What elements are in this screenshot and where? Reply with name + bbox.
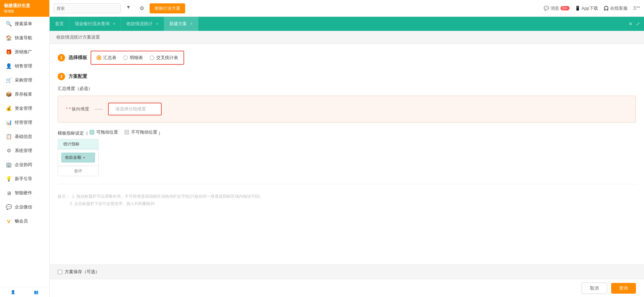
- tab-new-plan-label: 新建方案: [169, 21, 187, 27]
- topbar: ▼ ⚙ 体验行业方案 💬 消息 99+ 📱 App下载 🎧 在线客服 王**: [50, 0, 644, 17]
- save-checkbox[interactable]: [58, 270, 62, 274]
- metrics-tag-amount[interactable]: 收款金额 ▾: [61, 153, 95, 162]
- dropdown-icon[interactable]: ▼: [126, 4, 134, 12]
- bottom-bar: 取消 查询: [50, 279, 644, 297]
- message-badge: 99+: [560, 6, 570, 10]
- sidebar-item-label: 快速导航: [15, 35, 32, 41]
- sidebar-item-enterprise-coop[interactable]: 🏢 企业协同: [0, 158, 49, 172]
- dimension-title: 汇总维度（必选）: [58, 86, 636, 92]
- step2-header: 2 方案配置: [58, 73, 636, 80]
- tab-new-plan-close[interactable]: ×: [190, 21, 193, 26]
- save-checkbox-label[interactable]: 方案保存（可选）: [65, 269, 100, 275]
- step1-section: 1 选择模板 汇总表 明细表 交叉统计表: [58, 51, 636, 65]
- sidebar-item-label: 搜索菜单: [15, 21, 32, 27]
- sidebar-item-search-menu[interactable]: 🔍 搜索菜单: [0, 17, 49, 31]
- sales-icon: 👤: [5, 63, 12, 69]
- quick-nav-icon: 🏠: [5, 35, 12, 41]
- sidebar-item-sales[interactable]: 👤 销售管理: [0, 59, 49, 73]
- message-icon: 💬: [544, 6, 549, 11]
- sidebar-item-label: 资金管理: [15, 105, 32, 111]
- download-btn[interactable]: 📱 App下载: [575, 5, 598, 11]
- tab-new-plan[interactable]: 新建方案 ×: [164, 17, 198, 31]
- query-button[interactable]: 查询: [611, 283, 636, 294]
- sidebar-item-purchase[interactable]: 🛒 采购管理: [0, 73, 49, 87]
- content-area: 收款情况统计方案设置 1 选择模板 汇总表 明细表: [50, 31, 644, 279]
- smart-hw-icon: 🖥: [5, 190, 12, 196]
- radio-summary[interactable]: [97, 55, 101, 60]
- radio-crosstab[interactable]: [150, 55, 154, 60]
- username: 王**: [633, 5, 640, 11]
- expand-icon[interactable]: ⤢: [636, 21, 640, 27]
- tab-receipt-stats-label: 收款情况统计: [126, 21, 153, 27]
- option-summary[interactable]: 汇总表: [97, 55, 116, 61]
- sidebar-item-operation[interactable]: 📊 经营管理: [0, 115, 49, 130]
- trial-button[interactable]: 体验行业方案: [150, 3, 185, 13]
- option-crosstab[interactable]: 交叉统计表: [150, 55, 178, 61]
- group-dimension-select[interactable]: 请选择分组维度: [108, 103, 162, 115]
- cancel-button[interactable]: 取消: [582, 283, 607, 294]
- wechat-icon: 💬: [5, 204, 12, 210]
- sidebar-item-marketing[interactable]: 🎁 营销推广: [0, 45, 49, 59]
- tips-area: 提示： 1. 拖动标题栏可以调整布局，不可跨维度或指标区域拖动栏目字段(只能在同…: [58, 190, 636, 211]
- metrics-table: 统计指标 收款金额 ▾ 合计: [58, 139, 99, 176]
- non-draggable-label: 不可拖动位置: [131, 129, 157, 135]
- finance-icon: 💰: [5, 105, 12, 111]
- sidebar-item-label: 经营管理: [15, 119, 32, 126]
- step2-section: 2 方案配置 汇总维度（必选） * * 纵向维度 —— 请选择分组维度: [58, 73, 636, 211]
- tab-bank-query-close[interactable]: ×: [113, 21, 115, 26]
- form-area: 1 选择模板 汇总表 明细表 交叉统计表: [50, 44, 644, 264]
- search-input[interactable]: [54, 3, 121, 13]
- sidebar-item-label: 企业微信: [15, 204, 32, 210]
- arrow-line: ——: [95, 107, 103, 111]
- sidebar-item-system[interactable]: ⚙ 系统管理: [0, 144, 49, 158]
- option-summary-label: 汇总表: [103, 55, 116, 61]
- settings-icon[interactable]: ⚙: [140, 5, 144, 11]
- vertical-dimension-label: * * 纵向维度: [66, 106, 89, 112]
- step1-title: 选择模板: [68, 55, 87, 61]
- basic-info-icon: 📋: [5, 134, 12, 140]
- message-btn[interactable]: 💬 消息 99+: [544, 5, 570, 11]
- service-icon: 🎧: [603, 6, 609, 11]
- sidebar-item-label: 营销推广: [15, 49, 32, 55]
- main-area: ▼ ⚙ 体验行业方案 💬 消息 99+ 📱 App下载 🎧 在线客服 王** 首…: [50, 0, 644, 297]
- sidebar-item-quick-nav[interactable]: 🏠 快速导航: [0, 31, 49, 45]
- metrics-total: 合计: [58, 166, 98, 176]
- tabbar: 首页 现金银行流水查询 × 收款情况统计 × 新建方案 × ✕ ⤢: [50, 17, 644, 31]
- sidebar-item-smart-hw[interactable]: 🖥 智能硬件: [0, 186, 49, 200]
- inventory-icon: 📦: [5, 91, 12, 97]
- enterprise-coop-icon: 🏢: [5, 162, 12, 168]
- sidebar-item-guide[interactable]: 💡 新手引导: [0, 172, 49, 186]
- sidebar-item-basic-info[interactable]: 📋 基础信息: [0, 130, 49, 144]
- sidebar-item-wechat[interactable]: 💬 企业微信: [0, 200, 49, 214]
- sidebar-item-inventory[interactable]: 📦 库存核算: [0, 87, 49, 101]
- sidebar-item-label: 畅会员: [15, 218, 28, 224]
- non-draggable-legend-dot: [124, 130, 129, 135]
- message-label: 消息: [550, 5, 559, 11]
- service-label: 在线客服: [610, 5, 628, 11]
- sidebar-item-label: 销售管理: [15, 63, 32, 69]
- tab-receipt-stats-close[interactable]: ×: [156, 21, 158, 26]
- metrics-header: 模板指标设定（ 可拖动位置 不可拖动位置 ）: [58, 129, 636, 136]
- service-btn[interactable]: 🎧 在线客服: [603, 5, 628, 11]
- tab-bank-query[interactable]: 现金银行流水查询 ×: [69, 17, 121, 31]
- sidebar-item-finance[interactable]: 💰 资金管理: [0, 101, 49, 115]
- close-window-icon[interactable]: ✕: [629, 21, 633, 27]
- draggable-legend-dot: [90, 130, 94, 135]
- sidebar-item-label: 基础信息: [15, 134, 32, 140]
- metrics-tag-container: 收款金额 ▾: [58, 149, 98, 166]
- search-menu-icon: 🔍: [5, 21, 12, 27]
- tab-home[interactable]: 首页: [50, 17, 69, 31]
- footer-save: 方案保存（可选）: [50, 264, 644, 279]
- option-detail[interactable]: 明细表: [123, 55, 143, 61]
- sidebar: 畅捷通好生意 标准版 🔍 搜索菜单 🏠 快速导航 🎁 营销推广 👤 销售管理 🛒…: [0, 0, 50, 297]
- download-label: App下载: [582, 5, 598, 11]
- purchase-icon: 🛒: [5, 77, 12, 83]
- radio-detail[interactable]: [123, 55, 128, 60]
- sidebar-users-btn[interactable]: 👥: [26, 290, 47, 294]
- sidebar-item-member[interactable]: V 畅会员: [0, 214, 49, 228]
- metrics-table-header: 统计指标: [58, 139, 98, 149]
- sidebar-item-label: 智能硬件: [15, 190, 32, 196]
- tab-receipt-stats[interactable]: 收款情况统计 ×: [121, 17, 164, 31]
- sidebar-item-label: 系统管理: [15, 148, 32, 154]
- sidebar-user-btn[interactable]: 👤: [3, 290, 23, 294]
